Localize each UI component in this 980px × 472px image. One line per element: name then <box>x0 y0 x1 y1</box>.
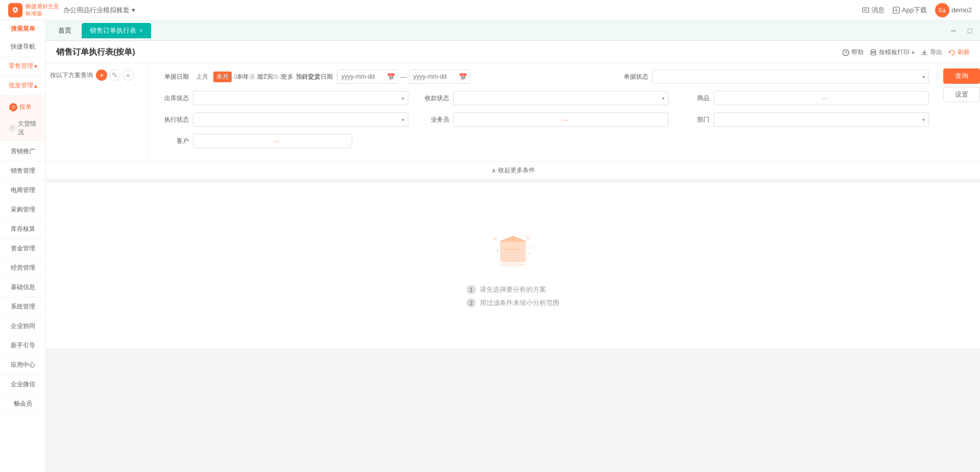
tab-maximize-btn[interactable]: □ <box>964 25 976 37</box>
sidebar-item-finance[interactable]: 资金管理 <box>0 239 45 258</box>
date-tab-last-month[interactable]: 上月 <box>193 72 211 82</box>
help-btn[interactable]: 帮助 <box>842 48 864 57</box>
filter-field-doc-status: 单据状态 <box>618 69 929 84</box>
dept-select-wrapper <box>714 112 929 127</box>
message-btn[interactable]: 消息 <box>862 6 885 15</box>
filter-section: 按以下方案查询 + ✎ « <box>46 63 980 161</box>
export-btn[interactable]: 导出 <box>921 48 942 57</box>
empty-illustration <box>487 224 538 275</box>
salesperson-more-btn[interactable]: ··· <box>562 115 664 124</box>
customer-multi-select[interactable]: ··· <box>193 134 352 148</box>
doc-status-select-wrapper <box>652 69 929 84</box>
sidebar-search-menu[interactable]: 搜索菜单 <box>0 20 45 37</box>
dept-select[interactable] <box>714 112 929 127</box>
salesperson-multi-select[interactable]: ··· <box>453 112 669 127</box>
header-left: 畅捷通好生意 标准版 办公用品行业模拟账套 ▾ <box>8 3 135 17</box>
app-logo-icon <box>8 3 22 17</box>
sidebar-item-marketing[interactable]: 营销推广 <box>0 142 45 161</box>
sidebar-item-wholesale[interactable]: 批发管理 ▴ <box>0 76 45 96</box>
page-title: 销售订单执行表(按单) <box>56 47 135 58</box>
add-scheme-btn[interactable]: + <box>96 69 107 81</box>
filter-field-outbound: 出库状态 <box>158 91 408 105</box>
filter-field-customer: 客户 ··· <box>158 134 352 148</box>
sidebar-item-basic[interactable]: 基础信息 <box>0 278 45 297</box>
settings-btn[interactable]: 设置 <box>943 87 980 102</box>
main-layout: 搜索菜单 快捷导航 零售管理 ▾ 批发管理 ▴ ⊙ 按单 ⏱ 欠货情况 营销推广 <box>0 20 980 472</box>
sidebar-item-newbie[interactable]: 新手引导 <box>0 336 45 356</box>
sidebar-item-retail[interactable]: 零售管理 ▾ <box>0 57 45 76</box>
header-right: 消息 App下载 Ea demo2 <box>862 3 972 17</box>
customer-more-btn[interactable]: ··· <box>274 137 348 145</box>
filter-scheme-header: 按以下方案查询 + ✎ « <box>50 69 143 81</box>
empty-tip-2: 2 用过滤条件来缩小分析范围 <box>467 298 559 308</box>
sidebar-item-ecommerce[interactable]: 电商管理 <box>0 181 45 200</box>
sidebar-item-appcenter[interactable]: 应用中心 <box>0 356 45 375</box>
sidebar-item-corpwechat[interactable]: 企业微信 <box>0 375 45 394</box>
expected-date-from: 📅 <box>337 69 398 84</box>
svg-point-4 <box>845 54 846 54</box>
tab-active[interactable]: 销售订单执行表 × <box>82 23 151 38</box>
edit-scheme-btn[interactable]: ✎ <box>109 69 120 81</box>
receipt-select[interactable] <box>453 91 669 105</box>
tab-home[interactable]: 首页 <box>50 23 80 38</box>
salesperson-label: 业务员 <box>419 115 449 124</box>
user-avatar: Ea <box>935 3 949 17</box>
filter-field-salesperson: 业务员 ··· <box>419 112 669 127</box>
collapse-scheme-btn[interactable]: « <box>122 69 134 81</box>
sidebar-item-inventory[interactable]: 库存核算 <box>0 220 45 239</box>
doc-status-select[interactable] <box>652 69 929 84</box>
filter-right-panel: 单据日期 上月 本月 本年 近7天 更多 自定义 <box>148 63 939 161</box>
sidebar-item-system[interactable]: 系统管理 <box>0 297 45 317</box>
svg-point-0 <box>14 9 16 11</box>
sidebar-item-sales[interactable]: 销售管理 <box>0 161 45 181</box>
sidebar-item-quick-nav[interactable]: 快捷导航 <box>0 37 45 57</box>
app-download-btn[interactable]: App下载 <box>893 6 927 15</box>
receipt-select-wrapper <box>453 91 669 105</box>
tab-close-btn[interactable]: × <box>139 27 143 34</box>
filter-field-product: 商品 ··· <box>679 91 929 105</box>
product-multi-select[interactable]: ··· <box>714 91 929 105</box>
sidebar-subitem-order[interactable]: ⊙ 按单 <box>4 100 41 114</box>
filter-main: 单据日期 上月 本月 本年 近7天 更多 自定义 <box>148 63 980 161</box>
page-content: 销售订单执行表(按单) 帮助 按模板打印 ▾ 导出 <box>46 41 980 472</box>
filter-row-1: 单据日期 上月 本月 本年 近7天 更多 自定义 <box>158 69 929 84</box>
query-btn[interactable]: 查询 <box>943 68 980 84</box>
sidebar-item-collab[interactable]: 企业协同 <box>0 317 45 336</box>
outbound-select[interactable] <box>193 91 408 105</box>
expected-date-from-input[interactable] <box>337 69 398 84</box>
svg-point-12 <box>526 236 530 240</box>
empty-state: 1 请先选择要分析的方案 2 用过滤条件来缩小分析范围 <box>46 183 980 348</box>
refresh-btn[interactable]: 刷新 <box>948 48 970 57</box>
collapse-more-btn[interactable]: ∧ 收起更多条件 <box>492 166 535 175</box>
svg-rect-1 <box>863 8 869 12</box>
logo-area: 畅捷通好生意 标准版 <box>8 3 59 17</box>
product-more-btn[interactable]: ··· <box>822 94 924 102</box>
dept-label: 部门 <box>679 115 709 124</box>
print-btn[interactable]: 按模板打印 ▾ <box>870 48 915 57</box>
content-area: 首页 销售订单执行表 × ─ □ 销售订单执行表(按单) 帮助 <box>46 20 980 472</box>
sidebar-item-operations[interactable]: 经营管理 <box>0 258 45 278</box>
sidebar-item-member[interactable]: 畅会员 <box>0 394 45 414</box>
exec-select-wrapper <box>193 112 408 127</box>
order-icon: ⊙ <box>9 103 17 111</box>
filter-field-exec: 执行状态 <box>158 112 408 127</box>
filter-row-3: 执行状态 业务员 <box>158 112 929 127</box>
expected-date-to: 📅 <box>409 69 470 84</box>
industry-dropdown[interactable]: 办公用品行业模拟账套 ▾ <box>63 6 135 15</box>
empty-tips: 1 请先选择要分析的方案 2 用过滤条件来缩小分析范围 <box>467 285 559 308</box>
filter-row-4: 客户 ··· <box>158 134 929 148</box>
sidebar-subitem-debt[interactable]: ⏱ 欠货情况 <box>4 116 41 140</box>
tab-minimize-btn[interactable]: ─ <box>947 25 960 37</box>
tab-bar: 首页 销售订单执行表 × ─ □ <box>46 20 980 41</box>
debt-icon: ⏱ <box>9 124 16 132</box>
sidebar-item-purchase[interactable]: 采购管理 <box>0 200 45 220</box>
tip-num-2: 2 <box>467 298 476 308</box>
logo-text: 畅捷通好生意 标准版 <box>26 3 59 16</box>
user-info[interactable]: Ea demo2 <box>935 3 972 17</box>
svg-point-10 <box>494 238 497 241</box>
svg-point-11 <box>530 246 532 248</box>
expected-date-to-input[interactable] <box>409 69 470 84</box>
exec-select[interactable] <box>193 112 408 127</box>
receipt-label: 收款状态 <box>419 94 449 103</box>
expected-date-label: 预计交货日期 <box>296 73 333 81</box>
